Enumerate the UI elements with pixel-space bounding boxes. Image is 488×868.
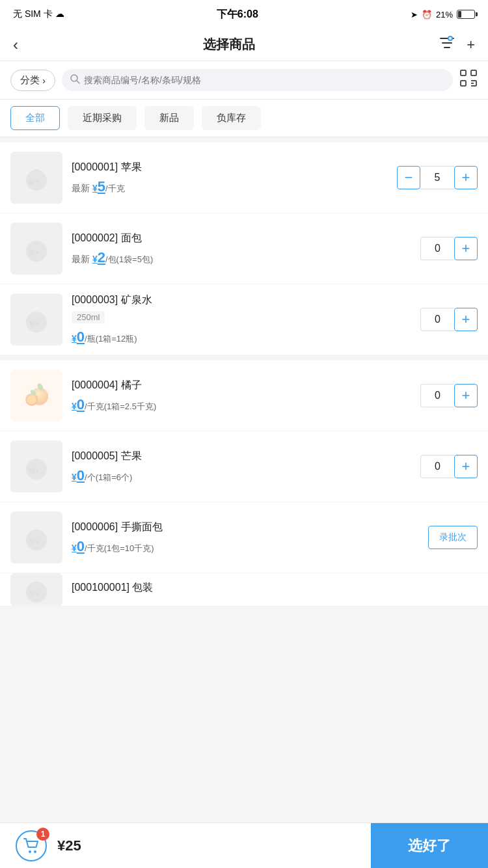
status-time: 下午6:08 — [217, 8, 258, 21]
cart-section: 1 ¥25 — [0, 830, 371, 861]
page-title: 选择商品 — [203, 36, 255, 53]
alarm-icon: ⏰ — [422, 10, 432, 20]
tab-recent[interactable]: 近期采购 — [68, 106, 137, 130]
add-button[interactable]: + — [467, 36, 475, 53]
product-info: [0000002] 面包 最新 ¥2/包(1袋=5包) — [72, 232, 411, 266]
search-bar: 分类 › — [0, 61, 488, 100]
search-icon — [70, 74, 80, 87]
location-icon: ➤ — [411, 10, 418, 20]
svg-text:智+: 智+ — [29, 538, 39, 545]
quantity-increase-button[interactable]: + — [454, 237, 478, 260]
quantity-control: + — [420, 455, 478, 478]
svg-text:智+: 智+ — [29, 467, 39, 474]
product-name: [0000004] 橘子 — [72, 379, 411, 392]
product-price: ¥0/个(1箱=6个) — [72, 467, 411, 484]
svg-line-5 — [77, 81, 79, 83]
product-thumbnail: 智+ — [10, 223, 62, 275]
search-input[interactable] — [84, 75, 445, 85]
product-list: 智+ [0000001] 苹果 最新 ¥5/千克 − + 智+ [0000002… — [0, 142, 488, 606]
category-button[interactable]: 分类 › — [10, 70, 55, 91]
svg-rect-6 — [461, 70, 466, 75]
product-thumbnail: 智+ — [10, 511, 62, 563]
back-button[interactable]: ‹ — [13, 36, 18, 54]
filter-tabs: 全部 近期采购 新品 负库存 — [0, 100, 488, 137]
product-info: [0000001] 苹果 最新 ¥5/千克 — [72, 161, 388, 195]
svg-point-39 — [34, 850, 36, 853]
svg-text:智+: 智+ — [29, 590, 39, 597]
quantity-increase-button[interactable]: + — [454, 384, 478, 407]
svg-rect-7 — [471, 70, 476, 75]
product-name: [0000001] 苹果 — [72, 161, 388, 174]
product-name: [0000002] 面包 — [72, 232, 411, 245]
quantity-input[interactable] — [420, 308, 454, 331]
product-info: [0000005] 芒果 ¥0/个(1箱=6个) — [72, 450, 411, 484]
product-item: 智+ [0000001] 苹果 最新 ¥5/千克 − + — [0, 142, 488, 213]
status-bar: 无 SIM 卡 ☁ 下午6:08 ➤ ⏰ 21% — [0, 0, 488, 29]
scan-icon[interactable] — [459, 69, 478, 91]
quantity-increase-button[interactable]: + — [454, 308, 478, 331]
quantity-input[interactable] — [420, 384, 454, 407]
chevron-right-icon: › — [42, 75, 46, 86]
svg-point-38 — [29, 850, 31, 853]
sim-label: 无 SIM 卡 ☁ — [13, 8, 64, 20]
cart-button[interactable]: 1 — [16, 830, 47, 861]
quantity-control: + — [420, 384, 478, 407]
nav-bar: ‹ 选择商品 + — [0, 29, 488, 61]
product-price: 最新 ¥5/千克 — [72, 178, 388, 195]
quantity-control: − + — [397, 166, 478, 189]
svg-text:智+: 智+ — [29, 178, 39, 185]
bottom-spacer — [0, 606, 488, 652]
bottom-bar: 1 ¥25 选好了 — [0, 822, 488, 868]
quantity-increase-button[interactable]: + — [454, 455, 478, 478]
product-info: [000100001] 包装 — [72, 581, 478, 599]
search-input-wrap — [62, 69, 453, 91]
tab-new[interactable]: 新品 — [144, 106, 194, 130]
quantity-input[interactable] — [420, 166, 454, 189]
product-name: [000100001] 包装 — [72, 581, 478, 595]
product-thumbnail — [10, 370, 62, 422]
product-price: 最新 ¥2/包(1袋=5包) — [72, 249, 411, 266]
svg-text:智+: 智+ — [29, 320, 39, 327]
product-spec: 250ml — [72, 311, 105, 323]
product-item: 智+ [0000003] 矿泉水 250ml ¥0/瓶(1箱=12瓶) + — [0, 284, 488, 355]
cart-total: ¥25 — [57, 837, 81, 854]
product-thumbnail: 智+ — [10, 441, 62, 493]
quantity-increase-button[interactable]: + — [454, 166, 478, 189]
category-label: 分类 — [20, 74, 40, 87]
confirm-button[interactable]: 选好了 — [371, 823, 488, 869]
status-right: ➤ ⏰ 21% — [411, 10, 475, 20]
quantity-input[interactable] — [420, 237, 454, 260]
nav-actions: + — [439, 36, 475, 54]
product-price: ¥0/千克(1箱=2.5千克) — [72, 396, 411, 413]
product-name: [0000006] 手撕面包 — [72, 521, 419, 534]
cart-badge: 1 — [36, 828, 49, 841]
tab-negative[interactable]: 负库存 — [202, 106, 261, 130]
product-item: 智+ [000100001] 包装 — [0, 573, 488, 606]
product-info: [0000006] 手撕面包 ¥0/千克(1包=10千克) — [72, 521, 419, 555]
product-item: 智+ [0000006] 手撕面包 ¥0/千克(1包=10千克) 录批次 — [0, 502, 488, 573]
quantity-decrease-button[interactable]: − — [397, 166, 420, 189]
svg-point-3 — [448, 36, 452, 40]
divider — [0, 137, 488, 142]
product-name: [0000003] 矿泉水 — [72, 293, 411, 307]
svg-text:智+: 智+ — [29, 249, 39, 256]
product-item: 智+ [0000002] 面包 最新 ¥2/包(1袋=5包) + — [0, 213, 488, 284]
quantity-control: + — [420, 308, 478, 331]
divider — [0, 355, 488, 360]
tab-all[interactable]: 全部 — [10, 106, 60, 130]
product-price: ¥0/瓶(1箱=12瓶) — [72, 329, 411, 346]
product-item: [0000004] 橘子 ¥0/千克(1箱=2.5千克) + — [0, 360, 488, 431]
product-price: ¥0/千克(1包=10千克) — [72, 538, 419, 555]
battery-icon — [457, 10, 475, 19]
product-info: [0000003] 矿泉水 250ml ¥0/瓶(1箱=12瓶) — [72, 293, 411, 346]
product-thumbnail: 智+ — [10, 293, 62, 346]
status-left: 无 SIM 卡 ☁ — [13, 8, 64, 20]
quantity-input[interactable] — [420, 455, 454, 478]
product-thumbnail: 智+ — [10, 152, 62, 204]
quantity-control: + — [420, 237, 478, 260]
product-thumbnail: 智+ — [10, 573, 62, 606]
filter-icon[interactable] — [439, 36, 455, 54]
product-name: [0000005] 芒果 — [72, 450, 411, 463]
batch-record-button[interactable]: 录批次 — [428, 526, 478, 549]
product-item: 智+ [0000005] 芒果 ¥0/个(1箱=6个) + — [0, 431, 488, 502]
